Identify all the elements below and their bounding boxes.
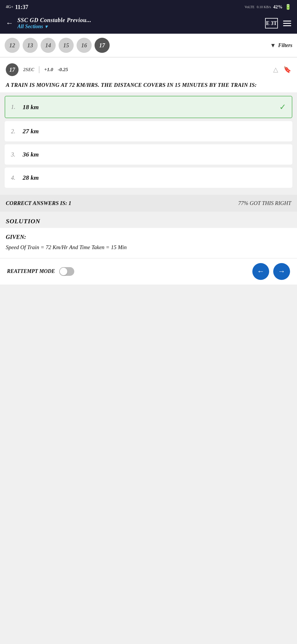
tab-q16[interactable]: 16	[77, 38, 92, 53]
correct-percent: 77% GOT THIS RIGHT	[238, 200, 291, 206]
header-right: E 3T	[265, 18, 291, 28]
tab-q12[interactable]: 12	[5, 38, 20, 53]
next-button[interactable]: →	[273, 263, 290, 280]
correct-answers-row: Correct Answers Is: 1 77% GOT THIS RIGHT	[0, 195, 297, 212]
option-2[interactable]: 2. 27 km	[5, 121, 292, 141]
question-text: A train is moving at 72 km/hrs. The dist…	[6, 81, 291, 89]
question-number-badge: 17	[6, 63, 19, 76]
prev-button[interactable]: ←	[252, 263, 269, 280]
reattempt-toggle[interactable]	[59, 267, 74, 276]
warning-icon[interactable]: △	[273, 66, 278, 73]
status-time: 11:37	[15, 4, 28, 10]
marks-positive: +1.0	[44, 67, 53, 73]
tab-q14[interactable]: 14	[41, 38, 56, 53]
page-title: SSC GD Constable Previou...	[17, 17, 91, 24]
option-2-text: 27 km	[23, 127, 286, 135]
marks-negative: -0.25	[58, 67, 68, 73]
option-1[interactable]: 1. 18 km ✓	[5, 96, 292, 118]
solution-given-text: Speed of train = 72 km/hr and Time taken…	[6, 243, 291, 252]
status-right: VoLTE 0.10 KB/s 42% 🔋	[245, 4, 291, 10]
battery-icon: 🔋	[285, 4, 291, 10]
bookmark-icon[interactable]: 🔖	[283, 66, 291, 73]
option-3[interactable]: 3. 36 km	[5, 144, 292, 165]
question-tabs: 12 13 14 15 16 17 ▼ Filters	[0, 34, 297, 57]
question-time: 2SEC	[23, 67, 34, 72]
reattempt-section: Reattempt Mode	[7, 267, 74, 276]
question-meta: 17 2SEC +1.0 -0.25 △ 🔖	[6, 63, 291, 76]
header-title-block: SSC GD Constable Previou... All Sections…	[17, 17, 91, 30]
header-left: ← SSC GD Constable Previou... All Sectio…	[6, 17, 91, 30]
header: ← SSC GD Constable Previou... All Sectio…	[0, 14, 297, 34]
status-bar: 4G+ 11:37 VoLTE 0.10 KB/s 42% 🔋	[0, 0, 297, 14]
option-4[interactable]: 4. 28 km	[5, 168, 292, 188]
option-1-number: 1.	[11, 104, 18, 110]
option-3-text: 36 km	[23, 151, 286, 158]
reattempt-label: Reattempt Mode	[7, 268, 55, 274]
back-button[interactable]: ←	[6, 19, 13, 28]
nav-buttons: ← →	[252, 263, 290, 280]
section-label: All Sections	[17, 24, 43, 30]
hamburger-line2	[283, 23, 291, 24]
question-icons: △ 🔖	[273, 66, 291, 73]
section-selector[interactable]: All Sections ▾	[17, 24, 91, 30]
option-3-number: 3.	[11, 151, 18, 158]
bottom-bar: Reattempt Mode ← →	[0, 258, 297, 285]
correct-check-icon: ✓	[279, 102, 286, 112]
solution-given-label: Given:	[6, 234, 291, 240]
solution-title: Solution	[6, 217, 291, 225]
tab-q15[interactable]: 15	[59, 38, 74, 53]
solution-body: Given: Speed of train = 72 km/hr and Tim…	[0, 228, 297, 258]
option-4-text: 28 km	[23, 174, 286, 181]
meta-divider	[39, 66, 39, 73]
toggle-knob	[60, 268, 67, 275]
hamburger-line3	[283, 25, 291, 26]
hamburger-line1	[283, 21, 291, 21]
exam-icon-button[interactable]: E 3T	[265, 18, 278, 28]
chevron-down-icon: ▾	[45, 24, 47, 29]
speed-label: 0.10 KB/s	[257, 5, 271, 9]
options-area: 1. 18 km ✓ 2. 27 km 3. 36 km 4. 28 km	[0, 92, 297, 194]
question-area: 17 2SEC +1.0 -0.25 △ 🔖 A train is moving…	[0, 57, 297, 92]
battery-label: 42%	[273, 4, 282, 10]
filter-icon: ▼	[270, 42, 276, 49]
filters-button[interactable]: ▼ Filters	[270, 42, 292, 49]
option-2-number: 2.	[11, 128, 18, 135]
correct-answer-label: Correct Answers Is: 1	[6, 200, 71, 206]
lte-label: VoLTE	[245, 5, 254, 9]
tab-q17[interactable]: 17	[95, 38, 110, 53]
solution-header: Solution	[0, 212, 297, 228]
menu-button[interactable]	[283, 21, 291, 26]
filters-label: Filters	[278, 42, 292, 48]
option-1-text: 18 km	[23, 103, 275, 111]
status-left: 4G+ 11:37	[6, 4, 28, 10]
tab-q13[interactable]: 13	[23, 38, 38, 53]
signal-icon: 4G+	[6, 5, 13, 9]
option-4-number: 4.	[11, 175, 18, 181]
